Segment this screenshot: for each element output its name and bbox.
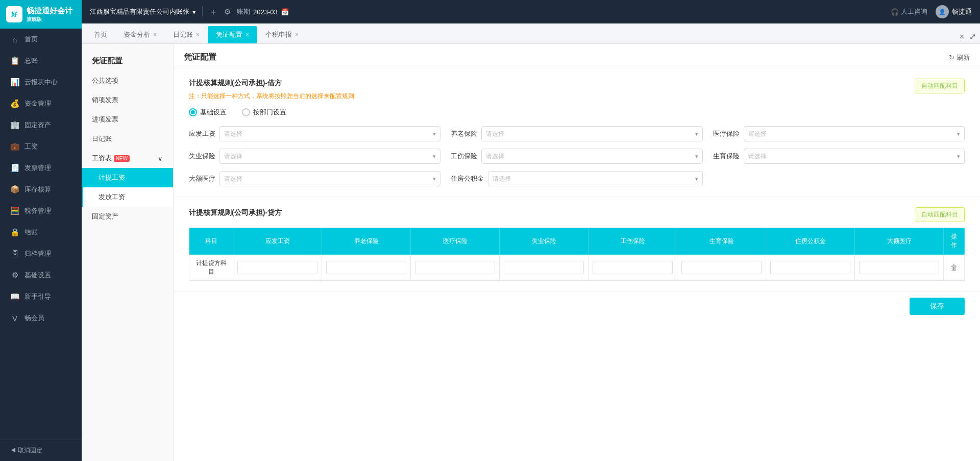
field-maternity-select[interactable]: 请选择 ▾ <box>744 149 965 164</box>
left-nav-journal[interactable]: 日记账 <box>82 129 173 149</box>
tab-journal[interactable]: 日记账 × <box>165 26 208 43</box>
tab-journal-close[interactable]: × <box>196 31 200 38</box>
col-action: 操作 <box>944 228 965 255</box>
user-menu[interactable]: 👤 畅捷通 <box>936 5 972 18</box>
sidebar-item-close[interactable]: 🔒结账 <box>0 222 82 243</box>
debit-section-title: 计提核算规则(公司承担)-借方 <box>189 79 915 88</box>
row-injury-cell[interactable] <box>589 255 677 281</box>
support-button[interactable]: 🎧 人工咨询 <box>891 7 927 16</box>
company-dropdown-icon[interactable]: ▾ <box>192 8 196 16</box>
field-medical-label: 医疗保险 <box>713 129 740 138</box>
credit-table-body: 计提贷方科目 🗑 <box>189 255 965 281</box>
row-medical-input[interactable] <box>415 261 495 274</box>
sidebar-item-ledger[interactable]: 📋总账 <box>0 50 82 71</box>
tab-home[interactable]: 首页 <box>86 26 115 43</box>
save-button[interactable]: 保存 <box>910 298 965 315</box>
row-maternity-input[interactable] <box>681 261 762 274</box>
left-nav-public[interactable]: 公共选项 <box>82 71 173 90</box>
radio-group: 基础设置 按部门设置 <box>189 108 965 117</box>
close-tab-button[interactable]: × <box>960 32 964 41</box>
period-value: 2023-03 <box>253 8 278 16</box>
row-pension-input[interactable] <box>326 261 406 274</box>
radio-basic-label: 基础设置 <box>200 108 227 117</box>
field-unemployment-select[interactable]: 请选择 ▾ <box>219 149 440 164</box>
tabs-actions: × ⤢ <box>960 32 976 43</box>
row-salary-input[interactable] <box>237 261 317 274</box>
tab-voucher[interactable]: 凭证配置 × <box>208 26 257 43</box>
sidebar-item-salary[interactable]: 💼工资 <box>0 136 82 157</box>
row-large-medical-cell[interactable] <box>855 255 944 281</box>
field-injury-select[interactable]: 请选择 ▾ <box>481 149 702 164</box>
sidebar-label-close: 结账 <box>24 228 38 237</box>
sidebar-item-settings[interactable]: ⚙基础设置 <box>0 264 82 286</box>
settings-icon[interactable]: ⚙ <box>224 7 231 16</box>
row-salary-cell[interactable] <box>233 255 322 281</box>
field-pension-select[interactable]: 请选择 ▾ <box>481 126 702 141</box>
sidebar-icon-guide: 📖 <box>10 292 19 301</box>
credit-section: 计提核算规则(公司承担)-贷方 自动匹配科目 科目 应发工资 养老保险 医疗保险… <box>174 197 980 291</box>
main-area: 江西服宝精品有限责任公司内账张 ▾ ＋ ⚙ 账期 2023-03 📅 🎧 人工咨… <box>82 0 980 461</box>
credit-auto-match-button[interactable]: 自动匹配科目 <box>915 207 965 222</box>
field-maternity-label: 生育保险 <box>713 152 740 161</box>
debit-auto-match-button[interactable]: 自动匹配科目 <box>915 79 965 93</box>
sidebar-item-home[interactable]: ⌂首页 <box>0 29 82 50</box>
sidebar-item-vip[interactable]: V畅会员 <box>0 307 82 329</box>
add-account-button[interactable]: ＋ <box>209 6 218 18</box>
field-housing-select[interactable]: 请选择 ▾ <box>488 171 702 186</box>
company-name[interactable]: 江西服宝精品有限责任公司内账张 ▾ <box>90 7 196 16</box>
field-pension-label: 养老保险 <box>451 129 477 138</box>
left-nav-sales[interactable]: 销项发票 <box>82 90 173 110</box>
sidebar-item-guide[interactable]: 📖新手引导 <box>0 286 82 307</box>
delete-row-button[interactable]: 🗑 <box>950 263 958 272</box>
period-selector[interactable]: 账期 2023-03 📅 <box>237 7 289 16</box>
left-nav-fixed-assets[interactable]: 固定资产 <box>82 207 173 226</box>
right-header: 凭证配置 ↻ 刷新 <box>174 44 980 68</box>
row-medical-cell[interactable] <box>411 255 500 281</box>
row-unemployment-input[interactable] <box>504 261 584 274</box>
support-label: 人工咨询 <box>901 7 927 16</box>
row-unemployment-cell[interactable] <box>500 255 589 281</box>
refresh-icon: ↻ <box>949 54 954 61</box>
chevron-down-icon: ▾ <box>695 176 698 182</box>
field-salary-placeholder: 请选择 <box>224 130 242 138</box>
tab-tax[interactable]: 个税申报 × <box>257 26 307 43</box>
sidebar-item-reports[interactable]: 📊云报表中心 <box>0 71 82 93</box>
col-subject: 科目 <box>189 228 233 255</box>
refresh-button[interactable]: ↻ 刷新 <box>949 53 970 62</box>
tab-funds-close[interactable]: × <box>153 31 157 38</box>
radio-dept-label: 按部门设置 <box>253 108 286 117</box>
left-nav-payroll-calc[interactable]: 计提工资 <box>83 168 173 187</box>
left-nav-salary-table[interactable]: 工资表 NEW ∨ <box>82 149 173 168</box>
save-bar: 保存 <box>174 291 980 321</box>
tab-tax-close[interactable]: × <box>295 31 299 38</box>
calendar-icon[interactable]: 📅 <box>281 8 289 16</box>
sidebar-label-archive: 归档管理 <box>24 249 51 258</box>
expand-tab-button[interactable]: ⤢ <box>969 32 976 41</box>
sidebar: 好 畅捷通好会计 旗舰版 ⌂首页📋总账📊云报表中心💰资金管理🏢固定资产💼工资🧾发… <box>0 0 82 461</box>
tab-funds[interactable]: 资金分析 × <box>115 26 165 43</box>
row-pension-cell[interactable] <box>322 255 411 281</box>
radio-basic[interactable]: 基础设置 <box>189 108 227 117</box>
sidebar-item-invoice[interactable]: 🧾发票管理 <box>0 157 82 179</box>
field-salary-select[interactable]: 请选择 ▾ <box>219 126 440 141</box>
left-nav-payroll-pay[interactable]: 发放工资 <box>83 187 173 207</box>
field-large-medical-select[interactable]: 请选择 ▾ <box>219 171 440 186</box>
sidebar-item-assets[interactable]: 🏢固定资产 <box>0 114 82 136</box>
chevron-down-icon: ▾ <box>433 131 436 137</box>
row-housing-input[interactable] <box>770 261 850 274</box>
row-large-medical-input[interactable] <box>859 261 939 274</box>
field-maternity: 生育保险 请选择 ▾ <box>713 149 965 164</box>
sidebar-collapse-btn[interactable]: ◀ 取消固定 <box>0 440 82 461</box>
sidebar-item-funds[interactable]: 💰资金管理 <box>0 93 82 114</box>
sidebar-item-inventory[interactable]: 📦库存核算 <box>0 179 82 200</box>
radio-dept[interactable]: 按部门设置 <box>242 108 286 117</box>
row-injury-input[interactable] <box>593 261 673 274</box>
row-housing-cell[interactable] <box>766 255 855 281</box>
left-nav-purchase[interactable]: 进项发票 <box>82 110 173 129</box>
chevron-down-icon: ▾ <box>695 153 698 160</box>
field-medical-select[interactable]: 请选择 ▾ <box>744 126 965 141</box>
sidebar-item-archive[interactable]: 🗄归档管理 <box>0 243 82 264</box>
tab-voucher-close[interactable]: × <box>246 31 249 38</box>
row-maternity-cell[interactable] <box>677 255 766 281</box>
sidebar-item-tax[interactable]: 🧮税务管理 <box>0 200 82 222</box>
